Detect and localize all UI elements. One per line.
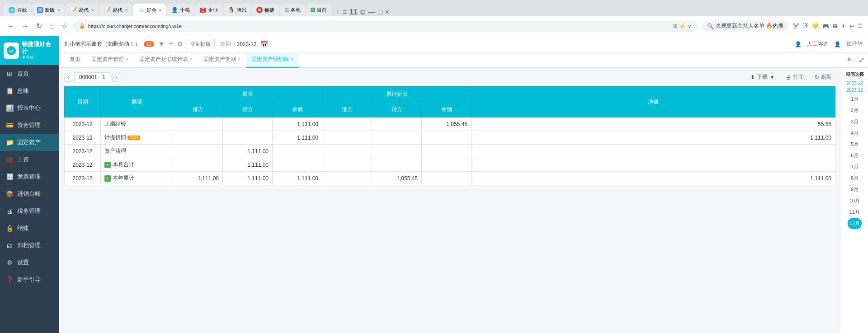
tab-close-3[interactable]: × [91, 8, 94, 13]
scissors-icon[interactable]: ✂️ [793, 23, 799, 29]
add-account-button[interactable]: + [169, 39, 174, 49]
tab-close-asset-detail[interactable]: × [291, 57, 294, 62]
switch-version-button[interactable]: 切到旧版 [187, 39, 215, 49]
print-button[interactable]: 🖨 打印 [782, 71, 807, 83]
support-label[interactable]: 人工咨询 [807, 40, 829, 48]
cell-dep-credit: 1,055.45 [372, 172, 422, 185]
tab-overflow-button[interactable]: ≡ [343, 8, 347, 16]
prev-asset-button[interactable]: ‹ [64, 73, 72, 82]
grid-icon[interactable]: ⊞ [833, 23, 837, 29]
search-box[interactable]: 🔍 央视更新主持人名单 🔥热搜 [702, 20, 789, 32]
download-icon: ⬇ [750, 74, 755, 80]
sidebar-nav: ⊞ 首页 📋 总账 📊 报表中心 💳 资金管理 📁 固定资产 💼 工资 [0, 65, 59, 333]
period-month-item[interactable]: 6月 [848, 150, 862, 161]
page-tab-asset-detail[interactable]: 固定资产明细账 × [246, 52, 299, 68]
reload-button[interactable]: ↻ [34, 20, 44, 32]
sidebar-item-funds[interactable]: 💳 资金管理 [0, 117, 59, 134]
undo-icon[interactable]: ↩ [849, 23, 854, 29]
minimize-button[interactable]: 11 [349, 8, 358, 16]
browser-tab-5[interactable]: ☁️ 好会 × [133, 4, 166, 16]
account-dropdown-icon[interactable]: ▼ [158, 40, 165, 48]
cell-dep-debit [322, 131, 372, 145]
browser-tab-1[interactable]: 🌐 在线 [4, 4, 32, 16]
close-current-tab-button[interactable]: × [844, 54, 855, 66]
sidebar-item-settlement[interactable]: 🔒 结账 [0, 220, 59, 237]
sidebar-item-purchase-sales[interactable]: 📦 进销台账 [0, 185, 59, 202]
browser-tab-8[interactable]: 🐧 腾讯 [223, 4, 251, 16]
period-month-item[interactable]: 8月 [848, 173, 862, 184]
sidebar-item-tax[interactable]: 🖨 税务管理 [0, 202, 59, 220]
next-asset-button[interactable]: › [112, 73, 120, 82]
close-window-button[interactable]: × [385, 8, 389, 16]
tab-close-asset-category[interactable]: × [238, 57, 241, 62]
period-month-item[interactable]: 4月 [848, 127, 862, 139]
page-tab-asset-category[interactable]: 固定资产类别 × [198, 52, 246, 68]
bookmark-button[interactable]: ☆ [59, 20, 69, 32]
page-tab-fixed-assets-mgmt[interactable]: 固定资产管理 × [86, 52, 134, 68]
period-date-2: 2023.12 [845, 87, 863, 94]
account-settings-button[interactable]: ⚙ [177, 40, 183, 48]
forward-button[interactable]: → [20, 20, 31, 32]
period-month-item[interactable]: 12月 [848, 218, 862, 229]
new-tab-button[interactable]: + [336, 8, 340, 16]
period-month-item[interactable]: 5月 [848, 139, 862, 150]
refresh-button[interactable]: ↻ 刷新 [811, 71, 835, 83]
period-month-item[interactable]: 1月 [848, 94, 862, 105]
download-button[interactable]: ⬇ 下载 ▼ [747, 71, 778, 83]
period-month-item[interactable]: 2月 [848, 105, 862, 116]
browser-tab-11[interactable]: S 目前 [306, 4, 331, 16]
support-icon[interactable]: 👤 [795, 41, 802, 47]
tab-close-2[interactable]: × [57, 8, 60, 13]
period-month-item[interactable]: 3月 [848, 116, 862, 127]
toolbar-actions: ⬇ 下载 ▼ 🖨 打印 ↻ 刷新 [747, 71, 835, 83]
page-tab-depreciation-stats[interactable]: 固定资产折旧统计表 × [134, 52, 198, 68]
settings-icon: ⚙ [5, 259, 14, 266]
close-browser-button[interactable]: — [368, 8, 375, 16]
tab-close-fixed-assets-mgmt[interactable]: × [126, 57, 128, 62]
sidebar-item-reports[interactable]: 📊 报表中心 [0, 99, 59, 117]
period-month-item[interactable]: 11月 [848, 206, 862, 218]
archive-icon: 🗂 [5, 242, 14, 249]
period-month-item[interactable]: 7月 [848, 161, 862, 173]
back-button[interactable]: ← [5, 20, 16, 32]
restore-button[interactable]: ⧉ [360, 8, 365, 16]
purchase-icon: 📦 [5, 190, 14, 197]
browser-tab-2[interactable]: 新 新版 × [33, 4, 65, 16]
sidebar-item-fixed-assets[interactable]: 📁 固定资产 [0, 134, 59, 151]
download-dropdown-icon[interactable]: ▼ [769, 74, 775, 80]
browser-tab-7[interactable]: C 企业 [195, 4, 222, 16]
brightness-icon[interactable]: ☀ [841, 23, 846, 29]
page-tab-home[interactable]: 首页 [64, 52, 86, 68]
cell-dep-debit [322, 145, 372, 158]
tab-close-4[interactable]: × [125, 8, 128, 13]
address-bar[interactable]: 🔒 https://cloud.chanjet.com/accounting/u… [73, 20, 698, 32]
th-dep-credit: 贷方 [372, 102, 422, 117]
browser-tab-9[interactable]: M 畅捷 [252, 4, 279, 16]
period-month-item[interactable]: 9月 [848, 184, 862, 195]
sidebar-item-home[interactable]: ⊞ 首页 [0, 65, 59, 82]
tab-close-5[interactable]: × [159, 8, 162, 13]
sidebar-item-payroll[interactable]: 💼 工资 [0, 151, 59, 168]
tab-close-depreciation-stats[interactable]: × [190, 57, 193, 62]
cell-orig-balance: 1,111.00 [273, 172, 322, 185]
game-icon[interactable]: 🎮 [822, 23, 829, 29]
browser-tab-10[interactable]: ⊞ 各地 [280, 4, 305, 16]
sidebar-item-guide[interactable]: ❓ 新手引导 [0, 271, 59, 288]
translate-icon[interactable]: 译 [803, 22, 808, 30]
user-avatar-icon[interactable]: 👤 [834, 41, 841, 47]
period-label: 账期 [220, 40, 231, 48]
browser-tab-4[interactable]: 📝 易代 × [99, 4, 132, 16]
wallet-icon[interactable]: 💛 [812, 23, 819, 29]
browser-tab-3[interactable]: 📝 易代 × [66, 4, 99, 16]
sidebar-item-invoice[interactable]: 🧾 发票管理 [0, 168, 59, 185]
browser-tab-6[interactable]: 👤 个税 [167, 4, 194, 16]
sidebar-item-archive[interactable]: 🗂 归档管理 [0, 237, 59, 254]
period-month-item[interactable]: 10月 [848, 195, 862, 206]
calendar-icon[interactable]: 📅 [260, 41, 268, 48]
sidebar-item-settings[interactable]: ⚙ 设置 [0, 254, 59, 271]
menu-icon[interactable]: ☰ [858, 23, 863, 29]
expand-tab-button[interactable]: ⤢ [855, 54, 868, 66]
home-button[interactable]: ⌂ [47, 20, 56, 32]
maximize-button[interactable]: □ [378, 8, 382, 16]
sidebar-item-general-ledger[interactable]: 📋 总账 [0, 82, 59, 99]
